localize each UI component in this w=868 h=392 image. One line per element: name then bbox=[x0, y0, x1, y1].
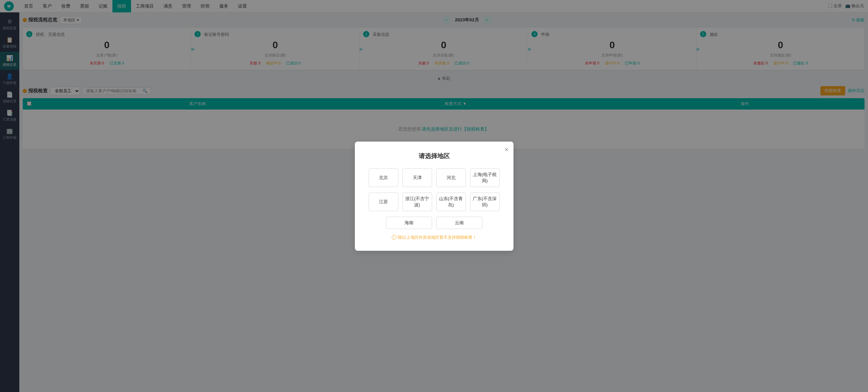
region-grid-row1: 北京 天津 河北 上海(电子税局) bbox=[369, 168, 500, 187]
region-btn-beijing[interactable]: 北京 bbox=[369, 168, 398, 187]
region-btn-shandong[interactable]: 山东(不含青岛) bbox=[436, 193, 466, 211]
warning-text: ! 除以上地区外其他地区暂不支持报税检查！ bbox=[369, 235, 500, 240]
region-btn-jiangsu[interactable]: 江苏 bbox=[369, 193, 398, 211]
modal-overlay: ✕ 请选择地区 北京 天津 河北 上海(电子税局) 江苏 浙江(不含宁波) 山东… bbox=[0, 0, 868, 392]
region-btn-yunnan[interactable]: 云南 bbox=[436, 217, 482, 229]
region-btn-hainan[interactable]: 海南 bbox=[386, 217, 432, 229]
region-btn-tianjin[interactable]: 天津 bbox=[402, 168, 432, 187]
region-grid-row3: 海南 云南 bbox=[386, 217, 482, 229]
region-select-modal: ✕ 请选择地区 北京 天津 河北 上海(电子税局) 江苏 浙江(不含宁波) 山东… bbox=[355, 142, 513, 251]
region-btn-guangdong[interactable]: 广东(不含深圳) bbox=[470, 193, 500, 211]
region-btn-hebei[interactable]: 河北 bbox=[436, 168, 466, 187]
warning-icon: ! bbox=[392, 235, 397, 240]
region-btn-zhejiang[interactable]: 浙江(不含宁波) bbox=[402, 193, 432, 211]
modal-title: 请选择地区 bbox=[369, 152, 500, 160]
modal-close-btn[interactable]: ✕ bbox=[504, 146, 509, 153]
warning-message: 除以上地区外其他地区暂不支持报税检查！ bbox=[398, 235, 477, 240]
region-btn-shanghai[interactable]: 上海(电子税局) bbox=[470, 168, 500, 187]
region-grid-row2: 江苏 浙江(不含宁波) 山东(不含青岛) 广东(不含深圳) bbox=[369, 193, 500, 211]
